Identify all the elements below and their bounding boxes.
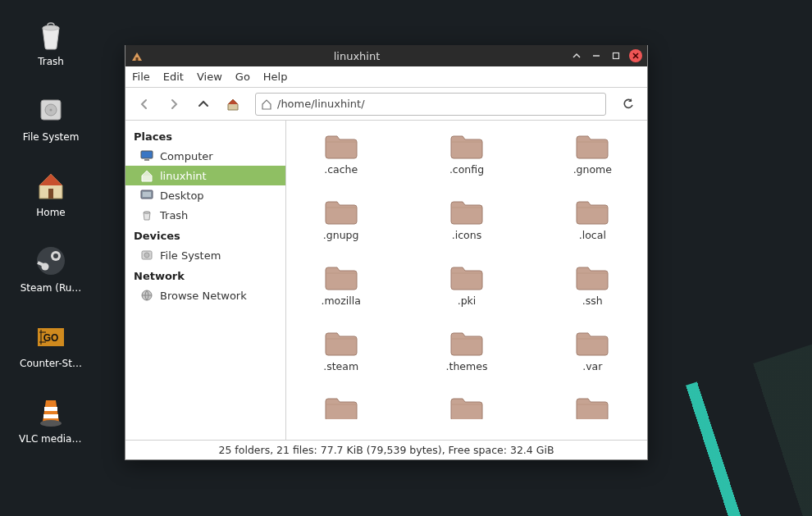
folder-label: .config	[449, 163, 484, 176]
folder-item[interactable]: .mozilla	[294, 263, 387, 314]
folder-icon	[574, 329, 610, 357]
folder-item[interactable]: .gnupg	[294, 198, 387, 249]
vlc-icon	[34, 395, 67, 428]
desktop-icons: Trash File System Home Steam (Ru…GO Coun…	[18, 18, 84, 445]
sidebar-item-browse-network[interactable]: Browse Network	[125, 285, 285, 305]
svg-rect-16	[614, 53, 619, 59]
folder-icon	[323, 132, 359, 160]
folder-label: .icons	[452, 229, 481, 241]
svg-rect-20	[144, 159, 149, 161]
home-sm-icon	[140, 169, 153, 182]
svg-rect-22	[143, 192, 151, 197]
svg-point-7	[53, 253, 58, 258]
home-icon	[261, 98, 272, 110]
desktop-icon-steam[interactable]: Steam (Ru…	[18, 244, 84, 294]
monitor-icon	[140, 149, 153, 162]
folder-item[interactable]	[294, 395, 387, 419]
svg-point-5	[37, 247, 65, 275]
folder-icon	[449, 329, 485, 357]
trash-sm-icon	[140, 208, 153, 221]
desktop-icon-file-system[interactable]: File System	[18, 94, 84, 143]
folder-icon	[449, 263, 485, 291]
sidebar-item-desktop[interactable]: Desktop	[125, 185, 285, 205]
home-icon	[34, 169, 67, 202]
roll-up-button[interactable]	[570, 49, 583, 62]
folder-icon	[323, 263, 359, 291]
desktop-icon-label: Steam (Ru…	[21, 282, 82, 294]
folder-label: .ssh	[582, 295, 603, 307]
desktop-icon-label: Counter-St…	[20, 358, 82, 369]
folder-item[interactable]: .icons	[420, 198, 513, 249]
desktop-icon	[140, 189, 153, 202]
svg-point-13	[40, 420, 62, 427]
folder-item[interactable]: .themes	[420, 329, 513, 380]
folder-item[interactable]: .config	[420, 132, 513, 183]
svg-rect-4	[48, 189, 53, 199]
sidebar-item-computer[interactable]: Computer	[125, 146, 285, 166]
status-bar: 25 folders, 21 files: 77.7 KiB (79,539 b…	[125, 440, 647, 459]
back-button[interactable]	[132, 92, 157, 116]
reload-button[interactable]	[616, 92, 641, 116]
sidebar-item-label: Browse Network	[160, 290, 247, 302]
menu-edit[interactable]: Edit	[163, 71, 184, 83]
sidebar-heading: Places	[125, 126, 285, 146]
sidebar-heading: Network	[125, 265, 285, 285]
folder-item[interactable]: .gnome	[546, 132, 639, 183]
sidebar-item-trash[interactable]: Trash	[125, 205, 285, 225]
close-button[interactable]	[629, 49, 642, 62]
location-bar[interactable]: /home/linuxhint/	[255, 93, 606, 116]
menu-help[interactable]: Help	[263, 71, 288, 83]
folder-icon	[574, 395, 610, 419]
app-icon	[130, 49, 144, 62]
folder-item[interactable]: .steam	[294, 329, 387, 380]
folder-item[interactable]: .ssh	[546, 263, 639, 314]
minimize-button[interactable]	[590, 49, 603, 62]
desktop-icon-trash[interactable]: Trash	[18, 18, 84, 67]
folder-item[interactable]: .local	[546, 198, 639, 249]
svg-rect-12	[43, 414, 58, 418]
folder-grid: .cache .config .gnome .gnupg .icons .loc…	[294, 132, 639, 419]
desktop-icon-label: File System	[23, 131, 80, 143]
folder-item[interactable]	[546, 395, 639, 419]
folder-icon	[574, 263, 610, 291]
svg-rect-19	[141, 151, 153, 158]
folder-label: .gnome	[573, 163, 612, 176]
folder-label: .steam	[323, 360, 358, 372]
menu-view[interactable]: View	[197, 71, 222, 83]
svg-point-0	[43, 25, 59, 30]
sidebar-heading: Devices	[125, 225, 285, 245]
folder-icon	[449, 395, 485, 419]
home-button[interactable]	[221, 92, 245, 116]
menubar: FileEditViewGoHelp	[125, 66, 647, 88]
folder-icon	[323, 329, 359, 357]
svg-point-25	[144, 253, 149, 258]
forward-button[interactable]	[162, 92, 186, 116]
desktop-icon-home[interactable]: Home	[18, 169, 84, 218]
folder-item[interactable]	[420, 395, 513, 419]
status-text: 25 folders, 21 files: 77.7 KiB (79,539 b…	[218, 444, 554, 456]
file-manager-window: linuxhint FileEditViewGoHelp /home/linux…	[125, 45, 648, 460]
folder-icon	[449, 198, 485, 226]
up-button[interactable]	[191, 92, 216, 116]
desktop-icon-csgo[interactable]: GO Counter-St…	[18, 320, 84, 369]
folder-icon	[449, 132, 485, 160]
desktop-icon-label: VLC media …	[19, 433, 83, 445]
maximize-button[interactable]	[609, 49, 623, 62]
svg-point-23	[144, 212, 150, 213]
folder-item[interactable]: .var	[546, 329, 639, 380]
desktop-icon-vlc[interactable]: VLC media …	[18, 395, 84, 445]
menu-file[interactable]: File	[132, 71, 150, 83]
menu-go[interactable]: Go	[235, 71, 250, 83]
toolbar: /home/linuxhint/	[125, 88, 647, 121]
sidebar-item-file-system[interactable]: File System	[125, 245, 285, 265]
folder-label: .var	[582, 360, 602, 372]
desktop-icon-label: Home	[36, 207, 65, 218]
drive-icon	[34, 94, 67, 126]
desktop-icon-label: Trash	[38, 56, 64, 67]
sidebar-item-linuxhint[interactable]: linuxhint	[125, 166, 285, 185]
folder-label: .gnupg	[323, 229, 359, 241]
folder-label: .pki	[458, 295, 477, 307]
folder-item[interactable]: .cache	[294, 132, 387, 183]
sidebar-item-label: Trash	[160, 209, 188, 221]
folder-item[interactable]: .pki	[420, 263, 513, 314]
